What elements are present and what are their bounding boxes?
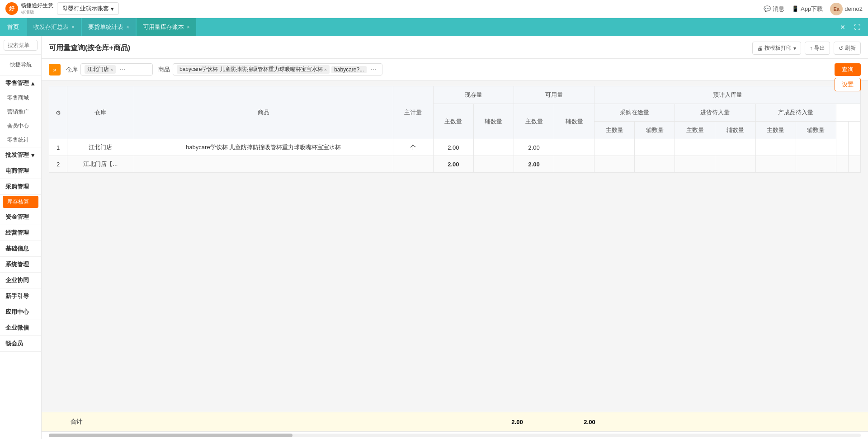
th-product: 商品	[134, 86, 393, 139]
sidebar-section-purchase-title[interactable]: 采购管理	[0, 179, 41, 194]
tab-income-expense[interactable]: 收发存汇总表 ×	[27, 18, 81, 36]
tab-order-stats-close[interactable]: ×	[126, 24, 129, 30]
logo-area: 好 畅捷通好生意 标准版	[5, 2, 53, 15]
product-tag-1-close[interactable]: ×	[324, 67, 327, 72]
tab-home[interactable]: 首页	[0, 18, 26, 36]
sidebar-section-operation-title[interactable]: 经营管理	[0, 225, 41, 241]
sidebar-section-member: 畅会员	[0, 336, 41, 352]
sidebar-section-member-title[interactable]: 畅会员	[0, 336, 41, 351]
top-bar-right: 💬 消息 📱 App下载 Ea demo2	[764, 3, 863, 15]
sidebar-section-ecommerce-title[interactable]: 电商管理	[0, 163, 41, 179]
cell-extra2-1	[848, 139, 860, 156]
sidebar-section-enterprise: 企业协同	[0, 273, 41, 288]
filter-expand-btn[interactable]: »	[49, 64, 61, 76]
footer-pp-main	[716, 417, 752, 427]
tab-available-stock[interactable]: 可用量库存账本 ×	[137, 18, 196, 36]
cell-available-sub-2	[554, 156, 594, 173]
tab-fullscreen-btn[interactable]: ⛶	[852, 22, 863, 33]
sidebar-section-wholesale-title[interactable]: 批发管理 ▼	[0, 147, 41, 163]
th-products-pending-sub: 辅数量	[796, 122, 836, 139]
sidebar-section-newbie-title[interactable]: 新手引导	[0, 288, 41, 304]
tab-available-stock-close[interactable]: ×	[187, 24, 190, 30]
sidebar-quick-nav: 快捷导航	[0, 55, 41, 76]
sidebar: 快捷导航 零售管理 ▲ 零售商城 营销推广 会员中心 零售统计 批发管理 ▼ 电…	[0, 36, 42, 439]
refresh-btn[interactable]: ↺ 刷新	[834, 42, 861, 55]
user-area[interactable]: Ea demo2	[830, 3, 863, 15]
footer-pt-sub	[680, 417, 716, 427]
message-btn[interactable]: 💬 消息	[764, 5, 784, 13]
table-row: 1 江北门店 babycare学饮杯 儿童防摔防撞吸管杯重力球吸嘴杯宝宝水杯 个…	[49, 139, 861, 156]
tab-order-stats[interactable]: 要货单统计表 ×	[82, 18, 136, 36]
sidebar-section-system-title[interactable]: 系统管理	[0, 257, 41, 272]
product-more-btn[interactable]: ···	[368, 66, 378, 74]
scrollbar-thumb	[49, 434, 292, 437]
sidebar-section-wechat: 企业微信	[0, 320, 41, 336]
sidebar-search-input[interactable]	[4, 40, 38, 51]
th-purchase-pending-main: 主数量	[675, 122, 715, 139]
tab-bar: 首页 收发存汇总表 × 要货单统计表 × 可用量库存账本 × ✕ ⛶	[0, 18, 868, 36]
sidebar-section-appcenter: 应用中心	[0, 304, 41, 320]
sidebar-section-finance-title[interactable]: 资金管理	[0, 209, 41, 225]
content-area: 可用量查询(按仓库+商品) 🖨 按模板打印 ▾ ↑ 导出 ↺ 刷新 »	[42, 36, 868, 439]
username-label: demo2	[844, 5, 863, 12]
sidebar-item-inventory[interactable]: 库存核算	[3, 196, 38, 208]
footer-available-sub	[608, 417, 644, 427]
footer-current-main: 2.00	[499, 417, 535, 427]
product-filter-label: 商品	[158, 66, 170, 74]
footer-available-main: 2.00	[571, 417, 608, 427]
setting-btn[interactable]: 设置	[835, 78, 861, 91]
query-btn[interactable]: 查询	[835, 63, 861, 76]
tab-income-expense-close[interactable]: ×	[71, 24, 75, 30]
warehouse-filter-input[interactable]: 江北门店 × ···	[80, 63, 153, 76]
footer-pt-main	[644, 417, 680, 427]
sidebar-item-retail-stats[interactable]: 零售统计	[0, 133, 41, 147]
template-print-btn[interactable]: 🖨 按模板打印 ▾	[752, 42, 801, 55]
cell-extra1-1	[836, 139, 848, 156]
sidebar-section-enterprise-title[interactable]: 企业协同	[0, 273, 41, 288]
horizontal-scrollbar[interactable]	[49, 434, 861, 437]
app-icon: 📱	[792, 5, 799, 12]
avatar: Ea	[830, 3, 843, 15]
th-expected-inbound-group: 预计入库量	[594, 86, 861, 104]
sidebar-item-marketing[interactable]: 营销推广	[0, 105, 41, 119]
warehouse-tag-close[interactable]: ×	[110, 67, 113, 72]
th-settings[interactable]: ⚙	[49, 86, 67, 139]
wholesale-chevron: ▼	[30, 152, 36, 159]
cell-pt-sub-2	[635, 156, 675, 173]
warehouse-tag-text: 江北门店	[87, 66, 109, 73]
refresh-label: 刷新	[845, 44, 856, 52]
member-label: 畅会员	[5, 340, 23, 348]
sidebar-section-ecommerce: 电商管理	[0, 163, 41, 179]
footer-pp-sub	[752, 417, 788, 427]
sidebar-section-retail-title[interactable]: 零售管理 ▲	[0, 76, 41, 91]
sidebar-item-retail-mall[interactable]: 零售商城	[0, 91, 41, 105]
sidebar-item-quick-nav[interactable]: 快捷导航	[0, 57, 41, 72]
cell-prods-main-2	[755, 156, 796, 173]
appcenter-label: 应用中心	[5, 308, 29, 316]
sidebar-section-basic-title[interactable]: 基础信息	[0, 241, 41, 256]
sidebar-section-retail: 零售管理 ▲ 零售商城 营销推广 会员中心 零售统计	[0, 76, 41, 147]
cell-available-main-1: 2.00	[514, 139, 554, 156]
product-filter-input[interactable]: babycare学饮杯 儿童防摔防撞吸管杯重力球吸嘴杯宝宝水杯 × babyca…	[173, 63, 382, 76]
logo-text: 畅捷通好生意	[21, 2, 53, 9]
th-purchase-transit-sub: 辅数量	[635, 122, 675, 139]
wholesale-label: 批发管理	[5, 151, 29, 159]
sidebar-section-appcenter-title[interactable]: 应用中心	[0, 304, 41, 320]
industry-selector[interactable]: 母婴行业演示账套 ▾	[57, 2, 119, 15]
sidebar-section-wechat-title[interactable]: 企业微信	[0, 320, 41, 335]
system-label: 系统管理	[5, 260, 29, 269]
app-download-btn[interactable]: 📱 App下载	[792, 5, 823, 13]
tab-close-all-btn[interactable]: ✕	[837, 22, 848, 33]
ecommerce-label: 电商管理	[5, 167, 29, 175]
cell-pp-main-1	[675, 139, 715, 156]
sidebar-item-member-center[interactable]: 会员中心	[0, 119, 41, 133]
export-btn[interactable]: ↑ 导出	[805, 42, 830, 55]
th-purchase-pending-sub: 辅数量	[715, 122, 755, 139]
tab-bar-right: ✕ ⛶	[837, 22, 868, 33]
table-row: 2 江北门店【... 2.00 2.00	[49, 156, 861, 173]
th-current-stock-group: 现存量	[433, 86, 514, 104]
warehouse-more-btn[interactable]: ···	[118, 66, 127, 74]
cell-pt-main-2	[594, 156, 635, 173]
chevron-down-icon2: ▾	[793, 45, 796, 52]
wechat-label: 企业微信	[5, 324, 29, 332]
